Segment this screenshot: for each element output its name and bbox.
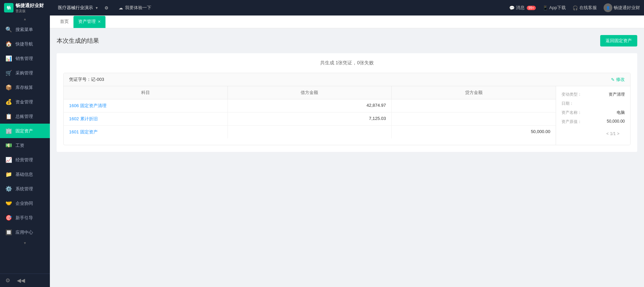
username-label: 畅捷通好业财: [614, 5, 640, 11]
page-header: 本次生成的结果 返回固定资产: [57, 35, 637, 46]
col-debit: 借方金额: [228, 86, 392, 99]
ledger-icon: 📋: [5, 113, 12, 120]
asset-name-row: 资产名称： 电脑: [561, 110, 625, 116]
sidebar-item-quicknav-label: 快捷导航: [16, 41, 33, 47]
sidebar-item-enterprise[interactable]: 🤝 企业协同: [0, 196, 50, 211]
sidebar-item-basic-info-label: 基础信息: [16, 171, 33, 178]
top-header: 畅 畅捷通好业财 普及版 医疗器械行业演示 ▼ ⚙ ☁ 我要体验一下 💬 消息 …: [0, 0, 644, 15]
funds-icon: 💰: [5, 99, 12, 105]
logo-text: 畅捷通好业财 普及版: [16, 2, 44, 13]
avatar: 👤: [604, 3, 612, 12]
table-header: 科目 借方金额 贷方金额: [64, 86, 556, 99]
sidebar-scroll-up[interactable]: ▲: [0, 15, 50, 22]
sidebar-scroll-down[interactable]: ▼: [0, 240, 50, 246]
sidebar-item-sales[interactable]: 📊 销售管理: [0, 51, 50, 66]
top-right-nav: 💬 消息 99+ 📱 App下载 🎧 在线客服 👤 畅捷通好业财: [509, 3, 640, 12]
content-area: 首页 资产管理 ✕ 本次生成的结果 返回固定资产 共生成 1张凭证，0张失败 凭…: [50, 15, 644, 287]
cloud-icon: ☁: [119, 5, 123, 10]
sidebar-item-search[interactable]: 🔍 搜索菜单: [0, 22, 50, 37]
sidebar-item-payroll[interactable]: 💵 工资: [0, 138, 50, 153]
sidebar-item-ledger-label: 总账管理: [16, 114, 33, 120]
settings-icon[interactable]: ⚙: [101, 2, 112, 13]
subject-cell-2[interactable]: 1602 累计折旧: [64, 113, 228, 125]
edit-button[interactable]: ✎ 修改: [611, 76, 625, 83]
tab-close-icon[interactable]: ✕: [98, 20, 101, 24]
appstore-icon: 🔲: [5, 229, 12, 235]
change-type-value: 资产清理: [609, 92, 625, 97]
debit-cell-1: 42,874.97: [228, 99, 392, 112]
project-selector[interactable]: 医疗器械行业演示 ▼: [58, 5, 98, 11]
sidebar-item-fixed-assets[interactable]: 🏢 固定资产: [0, 124, 50, 138]
tab-home[interactable]: 首页: [55, 16, 73, 28]
subject-cell-3[interactable]: 1601 固定资产: [64, 126, 228, 138]
sidebar-item-basic-info[interactable]: 📁 基础信息: [0, 167, 50, 182]
sidebar-item-search-label: 搜索菜单: [16, 27, 33, 33]
home-icon: 🏠: [5, 41, 12, 47]
voucher-header: 凭证字号：记-003 ✎ 修改: [64, 73, 630, 86]
app-download-button[interactable]: 📱 App下载: [543, 5, 566, 11]
subject-cell-1[interactable]: 1606 固定资产清理: [64, 99, 228, 112]
result-summary: 共生成 1张凭证，0张失败: [57, 53, 637, 73]
return-to-fixed-assets-button[interactable]: 返回固定资产: [600, 35, 637, 46]
debit-cell-2: 7,125.03: [228, 113, 392, 125]
logo-icon: 畅: [4, 3, 13, 12]
voucher-block: 凭证字号：记-003 ✎ 修改 科目 借方金额 贷方金额: [63, 73, 631, 145]
sidebar-item-purchase[interactable]: 🛒 采购管理: [0, 66, 50, 80]
sidebar-item-appstore[interactable]: 🔲 应用中心: [0, 225, 50, 240]
sidebar-item-fixed-assets-label: 固定资产: [16, 128, 33, 134]
page-info: 1/1: [610, 131, 616, 136]
col-subject: 科目: [64, 86, 228, 99]
try-button[interactable]: ☁ 我要体验一下: [119, 5, 151, 11]
service-icon: 🎧: [573, 5, 578, 10]
payroll-icon: 💵: [5, 142, 12, 149]
asset-value-row: 资产原值： 50,000.00: [561, 119, 625, 125]
settings-bottom-icon[interactable]: ⚙: [5, 277, 10, 284]
date-row: 日期：: [561, 101, 625, 106]
table-rows: ✓ 成功 1606 固定资产清理 42,874.97 1602 累计折旧: [64, 99, 556, 138]
change-type-label: 变动类型：: [561, 92, 582, 97]
sidebar-item-management[interactable]: 📈 经营管理: [0, 153, 50, 167]
sidebar-item-system[interactable]: ⚙️ 系统管理: [0, 182, 50, 196]
enterprise-icon: 🤝: [5, 200, 12, 206]
page-content: 本次生成的结果 返回固定资产 共生成 1张凭证，0张失败 凭证字号：记-003 …: [50, 28, 644, 287]
credit-cell-3: 50,000.00: [392, 126, 556, 138]
asset-value-value: 50,000.00: [607, 119, 625, 125]
inventory-icon: 📦: [5, 84, 12, 91]
prev-page-button[interactable]: <: [606, 131, 609, 136]
side-info-panel: 变动类型： 资产清理 日期： 资产名称： 电脑: [556, 86, 630, 145]
brand-name: 畅捷通好业财: [16, 2, 44, 8]
user-button[interactable]: 👤 畅捷通好业财: [604, 3, 640, 12]
try-label: 我要体验一下: [125, 5, 151, 11]
guide-icon: 🎯: [5, 215, 12, 221]
message-badge: 99+: [527, 6, 536, 10]
fixed-assets-icon: 🏢: [5, 128, 12, 134]
management-icon: 📈: [5, 157, 12, 163]
result-panel: 共生成 1张凭证，0张失败 凭证字号：记-003 ✎ 修改: [57, 53, 637, 152]
collapse-icon[interactable]: ◀◀: [17, 277, 25, 284]
sales-icon: 📊: [5, 55, 12, 62]
next-page-button[interactable]: >: [617, 131, 619, 136]
sidebar-bottom: ⚙ ◀◀: [0, 274, 50, 287]
online-service-button[interactable]: 🎧 在线客服: [573, 5, 597, 11]
date-label: 日期：: [561, 101, 574, 106]
search-icon: 🔍: [5, 26, 12, 33]
edit-label: 修改: [616, 76, 625, 83]
message-icon: 💬: [509, 5, 515, 10]
debit-cell-3: [228, 126, 392, 138]
sidebar-item-enterprise-label: 企业协同: [16, 200, 33, 206]
voucher-number: 凭证字号：记-003: [69, 76, 104, 83]
sidebar-item-inventory[interactable]: 📦 库存核算: [0, 80, 50, 95]
sidebar-item-quicknav[interactable]: 🏠 快捷导航: [0, 37, 50, 51]
sidebar-item-guide-label: 新手引导: [16, 215, 33, 221]
sidebar-item-inventory-label: 库存核算: [16, 85, 33, 91]
table-row: 1606 固定资产清理 42,874.97: [64, 99, 556, 113]
pagination: < 1/1 >: [561, 128, 625, 139]
table-row: 1602 累计折旧 7,125.03: [64, 113, 556, 126]
sidebar-item-guide[interactable]: 🎯 新手引导: [0, 211, 50, 225]
tab-bar: 首页 资产管理 ✕: [50, 15, 644, 28]
sidebar-item-funds[interactable]: 💰 资金管理: [0, 95, 50, 109]
tab-asset-management[interactable]: 资产管理 ✕: [73, 16, 105, 28]
message-button[interactable]: 💬 消息 99+: [509, 5, 536, 11]
credit-cell-1: [392, 99, 556, 112]
sidebar-item-ledger[interactable]: 📋 总账管理: [0, 109, 50, 124]
